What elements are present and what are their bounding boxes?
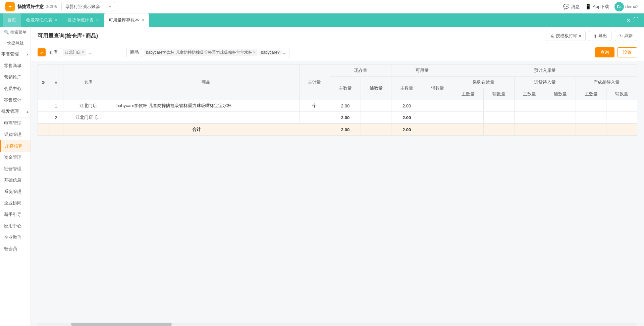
sidebar-item-system[interactable]: 系统管理 [0, 186, 31, 197]
message-icon: 💬 [563, 4, 570, 10]
row2-purchase-aux [484, 112, 515, 124]
message-item[interactable]: 💬 消息 [563, 4, 580, 10]
tab-available-stock[interactable]: 可用量库存账本 × [104, 13, 149, 27]
th-purchase-aux: 辅数量 [484, 88, 515, 100]
logo-icon: ✦ [5, 2, 15, 11]
retail-label: 零售管理 [1, 51, 19, 57]
sidebar-item-inventory[interactable]: 库存核算 [0, 140, 31, 152]
sidebar-item-members[interactable]: 会员中心 [0, 83, 31, 94]
template-print-label: 按模板打印 [556, 33, 578, 39]
download-item[interactable]: 📱 App下载 [585, 4, 609, 10]
footer-inbound-aux [545, 124, 576, 136]
top-bar-left: ✦ 畅捷通好生意 标准版 母婴行业演示账套 ▾ [5, 2, 115, 11]
marketing-label: 营销推广 [4, 75, 21, 80]
main-content: 可用量查询(按仓库+商品) 🖨 按模板打印 ▾ ⬆ 导出 ↻ 刷新 » [31, 27, 644, 326]
sidebar-item-operations[interactable]: 经营管理 [0, 163, 31, 175]
finance-label: 资金管理 [4, 155, 21, 160]
sidebar-item-finance[interactable]: 资金管理 [0, 152, 31, 163]
row2-inbound-aux [545, 112, 576, 124]
product-tag-babycare-remove[interactable]: × [253, 50, 256, 55]
tab-requisition[interactable]: 要货单统计表 × [63, 13, 103, 27]
retail-shop-label: 零售商城 [4, 63, 21, 68]
th-inbound-aux: 辅数量 [545, 88, 576, 100]
th-index: # [49, 65, 63, 100]
footer-purchase-aux [484, 124, 515, 136]
nav-expand-icon[interactable]: ⛶ [633, 17, 639, 23]
row1-stock-main: 2.00 [330, 100, 361, 112]
user-name: demo2 [625, 4, 639, 9]
sidebar-item-retail-stats[interactable]: 零售统计 [0, 94, 31, 106]
footer-stock-aux [361, 124, 391, 136]
footer-production-main [576, 124, 606, 136]
warehouse-filter-more[interactable]: ... [88, 50, 91, 55]
expand-filter-btn[interactable]: » [38, 48, 46, 56]
row1-warehouse: 江北门店 [63, 100, 113, 112]
sidebar-item-marketing[interactable]: 营销推广 [0, 72, 31, 83]
sidebar-item-retail-shop[interactable]: 零售商城 [0, 60, 31, 72]
row1-production-aux [606, 100, 637, 112]
sidebar-item-basic-info[interactable]: 基础信息 [0, 175, 31, 186]
export-icon: ⬆ [593, 34, 597, 39]
row2-stock-aux [361, 112, 391, 124]
message-label: 消息 [571, 4, 580, 10]
nav-tabs: 首页 收发存汇总表 × 要货单统计表 × 可用量库存账本 × ✕ ⛶ [0, 13, 644, 27]
sidebar-item-member-plus[interactable]: 畅会员 [0, 243, 31, 254]
table-scrollbar-thumb[interactable] [71, 323, 172, 326]
row1-unit: 个 [299, 100, 330, 112]
row1-index: 1 [49, 100, 63, 112]
retail-arrow-icon: ▲ [26, 52, 29, 56]
th-purchase-main: 主数量 [453, 88, 484, 100]
dropdown-chevron-icon: ▾ [579, 34, 581, 39]
sidebar-item-onboarding[interactable]: 新手引导 [0, 209, 31, 220]
sidebar-item-app-center[interactable]: 应用中心 [0, 220, 31, 232]
sidebar-item-purchase[interactable]: 采购管理 [0, 129, 31, 140]
sidebar: 🔍 搜索菜单 快捷导航 零售管理 ▲ 零售商城 营销推广 会员中心 零售统计 批… [0, 27, 31, 326]
refresh-btn[interactable]: ↻ 刷新 [615, 31, 637, 41]
basic-info-label: 基础信息 [4, 178, 21, 183]
tab-receivables[interactable]: 收发存汇总表 × [21, 13, 62, 27]
user-item[interactable]: Ea demo2 [614, 2, 639, 11]
onboarding-label: 新手引导 [4, 212, 21, 217]
member-plus-label: 畅会员 [4, 246, 17, 251]
sidebar-item-enterprise[interactable]: 企业协同 [0, 197, 31, 209]
template-print-btn[interactable]: 🖨 按模板打印 ▾ [546, 31, 586, 41]
footer-empty2 [49, 124, 63, 136]
table-scrollbar[interactable] [38, 323, 637, 326]
industry-selector[interactable]: 母婴行业演示账套 ▾ [61, 2, 115, 11]
settings-btn[interactable]: 设置 [617, 47, 637, 57]
product-filter-input[interactable]: babycare学饮杯 儿童防摔防撞吸管杯重力球吸嘴杯宝宝水杯 × babyca… [141, 48, 289, 57]
tab-home-label: 首页 [7, 17, 16, 23]
table-row: 2 江北门店【... 2.00 2.00 [38, 112, 637, 124]
th-settings[interactable]: ⚙ [38, 65, 49, 100]
sidebar-search[interactable]: 🔍 搜索菜单 [0, 27, 31, 38]
sidebar-section-retail[interactable]: 零售管理 ▲ [0, 48, 31, 60]
dropdown-icon: ▾ [109, 4, 111, 9]
sidebar-item-ecommerce[interactable]: 电商管理 [0, 118, 31, 129]
warehouse-tag-remove[interactable]: × [82, 50, 84, 55]
footer-available-main: 2.00 [391, 124, 422, 136]
row2-index: 2 [49, 112, 63, 124]
tab-requisition-close[interactable]: × [96, 18, 99, 22]
sidebar-quick-nav[interactable]: 快捷导航 [0, 38, 31, 48]
sidebar-section-wholesale[interactable]: 批发管理 ▲ [0, 106, 31, 118]
version-badge: 标准版 [46, 4, 57, 9]
wechat-label: 企业微信 [4, 235, 21, 240]
row1-inbound-aux [545, 100, 576, 112]
product-filter-more[interactable]: ... [283, 50, 286, 55]
filter-area: » 仓库 江北门店 × ... 商品 babycare学饮杯 儿童防摔防撞吸管杯… [31, 44, 644, 61]
query-btn[interactable]: 查询 [595, 47, 614, 57]
sidebar-item-wechat[interactable]: 企业微信 [0, 232, 31, 243]
tab-receivables-close[interactable]: × [55, 18, 57, 22]
data-table: ⚙ # 仓库 商品 主计量 现存量 可用量 预计入库量 主数量 辅数量 主数量 … [38, 64, 637, 136]
export-btn[interactable]: ⬆ 导出 [589, 31, 611, 41]
th-available-aux: 辅数量 [422, 77, 453, 100]
tab-home[interactable]: 首页 [3, 13, 21, 27]
tab-available-stock-close[interactable]: × [142, 18, 144, 22]
main-layout: 🔍 搜索菜单 快捷导航 零售管理 ▲ 零售商城 营销推广 会员中心 零售统计 批… [0, 27, 644, 326]
app-center-label: 应用中心 [4, 223, 21, 228]
nav-close-icon[interactable]: ✕ [626, 17, 631, 24]
th-unit: 主计量 [299, 65, 330, 100]
warehouse-filter-input[interactable]: 江北门店 × ... [60, 48, 127, 57]
row1-stock-aux [361, 100, 391, 112]
refresh-icon: ↻ [619, 34, 623, 39]
